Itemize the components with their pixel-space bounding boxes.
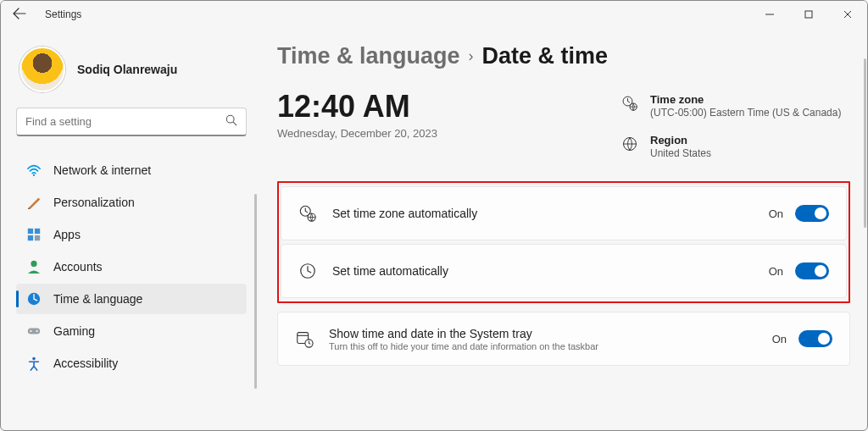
search-box[interactable] [16,108,247,136]
sidebar-item-label: Network & internet [53,163,151,177]
close-button[interactable] [828,1,867,28]
tile-auto-timezone: Set time zone automatically On [281,186,847,240]
apps-icon [26,227,42,242]
sidebar-item-accounts[interactable]: Accounts [16,251,247,282]
toggle-auto-time[interactable] [795,262,829,279]
chevron-right-icon: › [469,47,474,65]
sidebar-item-personalization[interactable]: Personalization [16,187,247,218]
avatar [19,47,65,92]
sidebar-item-label: Personalization [53,196,135,209]
maximize-button[interactable] [789,1,828,28]
toggle-state: On [769,265,783,278]
minimize-button[interactable] [750,1,789,28]
nav-list: Network & internet Personalization Apps … [16,155,247,379]
back-button[interactable] [13,7,26,23]
timezone-icon [298,204,317,223]
sidebar-item-time-language[interactable]: Time & language [16,284,247,314]
search-input[interactable] [25,115,225,128]
clock-date: Wednesday, December 20, 2023 [277,127,437,140]
app-title: Settings [45,8,81,20]
maximize-icon [804,10,813,19]
sidebar-item-apps[interactable]: Apps [16,219,247,250]
svg-rect-5 [28,229,33,234]
arrow-left-icon [13,7,26,20]
clock-icon [298,262,317,280]
close-icon [843,10,852,19]
clock-time: 12:40 AM [277,91,437,122]
toggle-system-tray[interactable] [798,330,832,347]
svg-rect-6 [35,229,40,234]
sidebar-item-label: Gaming [53,324,95,338]
breadcrumb-parent[interactable]: Time & language [277,43,460,69]
sidebar-item-label: Accounts [53,260,103,274]
toggle-auto-timezone[interactable] [795,205,829,222]
tile-subtitle: Turn this off to hide your time and date… [329,341,772,351]
clock-globe-icon [26,291,42,307]
svg-rect-8 [35,235,40,240]
timezone-value: (UTC-05:00) Eastern Time (US & Canada) [650,107,841,119]
region-label: Region [650,134,711,146]
calendar-clock-icon [295,329,314,348]
svg-point-14 [32,357,36,361]
region-info: Region United States [621,134,842,159]
globe-icon [621,135,638,152]
svg-point-12 [30,330,31,332]
sidebar-item-label: Time & language [53,292,142,306]
tile-title: Set time automatically [332,264,769,278]
window-controls [750,1,867,28]
highlight-box: Set time zone automatically On Set time … [277,181,850,303]
main-pane: Time & language › Date & time 12:40 AM W… [255,28,867,430]
clock-block: 12:40 AM Wednesday, December 20, 2023 [277,91,437,140]
main-scrollbar[interactable] [864,58,866,228]
sidebar-item-accessibility[interactable]: Accessibility [16,348,247,379]
sidebar-item-gaming[interactable]: Gaming [16,316,247,346]
sidebar-item-network[interactable]: Network & internet [16,155,247,185]
svg-point-9 [31,261,36,267]
timezone-info: Time zone (UTC-05:00) Eastern Time (US &… [621,93,842,119]
profile-block[interactable]: Sodiq Olanrewaju [16,40,247,108]
titlebar: Settings [1,1,867,28]
sidebar-item-label: Accessibility [53,356,118,370]
profile-name: Sodiq Olanrewaju [77,63,177,76]
svg-rect-11 [28,328,40,334]
accessibility-icon [26,356,42,371]
region-value: United States [650,147,711,159]
minimize-icon [765,10,774,19]
toggle-state: On [772,333,787,345]
tile-auto-time: Set time automatically On [281,244,847,298]
brush-icon [26,195,42,210]
breadcrumb: Time & language › Date & time [277,43,850,69]
svg-rect-1 [805,11,812,18]
sidebar: Sodiq Olanrewaju Network & internet Pers… [1,28,255,430]
svg-rect-7 [28,235,33,240]
sidebar-item-label: Apps [53,228,81,241]
wifi-icon [26,163,42,178]
svg-point-2 [226,115,234,123]
search-icon [225,114,237,129]
tile-system-tray: Show time and date in the System tray Tu… [277,312,850,366]
timezone-label: Time zone [650,93,841,106]
account-icon [26,259,42,274]
tile-title: Set time zone automatically [332,207,769,220]
timezone-icon [621,95,638,112]
svg-point-13 [36,330,38,332]
svg-line-3 [233,122,236,125]
toggle-state: On [769,207,783,220]
gamepad-icon [26,323,42,339]
info-row: 12:40 AM Wednesday, December 20, 2023 Ti… [277,91,850,159]
settings-stack: Set time zone automatically On Set time … [277,181,850,367]
breadcrumb-current: Date & time [482,43,609,69]
tile-title: Show time and date in the System tray [329,327,772,340]
svg-point-4 [33,174,35,176]
